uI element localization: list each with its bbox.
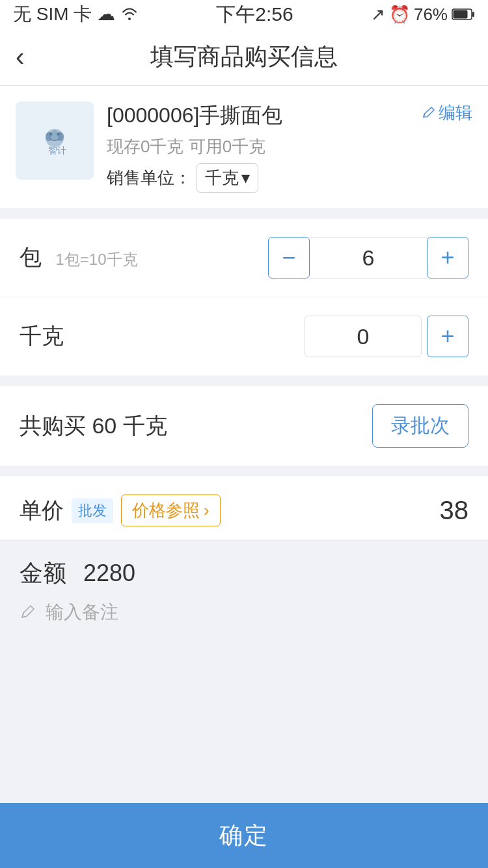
edit-button[interactable]: 编辑: [422, 102, 472, 124]
kilogram-label: 千克: [20, 321, 305, 351]
amount-section: 金额 2280 输入备注: [0, 539, 488, 643]
package-section: 包 1包=10千克 − + 千克 +: [0, 219, 488, 375]
battery-text: 76%: [414, 5, 448, 25]
price-label: 单价: [20, 496, 64, 526]
nav-bar: ‹ 填写商品购买信息: [0, 29, 488, 86]
price-ref-button[interactable]: 价格参照 ›: [121, 495, 221, 526]
pencil-icon: [20, 603, 38, 621]
status-right: ↗ ⏰ 76%: [371, 5, 475, 25]
svg-rect-2: [454, 10, 468, 18]
package-row: 包 1包=10千克 − +: [0, 219, 488, 297]
dropdown-arrow: ▾: [241, 168, 250, 188]
status-bar: 无 SIM 卡 ☁ 下午2:56 ↗ ⏰ 76%: [0, 0, 488, 29]
unit-select[interactable]: 千克 ▾: [197, 163, 258, 193]
total-label: 共购买 60 千克: [20, 411, 167, 441]
svg-point-6: [51, 130, 59, 141]
kilogram-qty-input[interactable]: [305, 316, 422, 357]
page-title: 填写商品购买信息: [150, 41, 338, 73]
price-left: 单价 批发 价格参照 ›: [20, 495, 221, 526]
kilogram-plus-button[interactable]: +: [427, 316, 468, 357]
price-section: 单价 批发 价格参照 › 38 金额 2280 输入备注: [0, 476, 488, 643]
status-time: 下午2:56: [216, 1, 293, 28]
price-value: 38: [440, 496, 469, 525]
note-row[interactable]: 输入备注: [20, 600, 468, 625]
note-placeholder: 输入备注: [46, 600, 118, 625]
svg-text:智计: 智计: [48, 145, 66, 156]
amount-value: 2280: [83, 560, 135, 586]
package-qty-input[interactable]: [310, 237, 427, 278]
package-qty-control: − +: [268, 237, 468, 278]
wifi-icon: [120, 4, 139, 25]
product-stock: 现存0千克 可用0千克: [107, 135, 472, 158]
price-ref-arrow: ›: [204, 500, 210, 521]
product-name: [0000006]手撕面包: [107, 102, 282, 130]
price-row: 单价 批发 价格参照 › 38: [20, 495, 468, 526]
batch-button[interactable]: 录批次: [372, 404, 468, 448]
alarm-icon: ⏰: [389, 5, 410, 25]
product-thumbnail: 智计: [16, 102, 94, 180]
product-card: 智计 [0000006]手撕面包 编辑 现存0千克 可用0千克 销售单位： 千克…: [0, 86, 488, 208]
svg-rect-1: [472, 12, 474, 17]
package-minus-button[interactable]: −: [268, 237, 310, 278]
battery-icon: [452, 5, 475, 25]
package-plus-button[interactable]: +: [427, 237, 468, 278]
product-info: [0000006]手撕面包 编辑 现存0千克 可用0千克 销售单位： 千克 ▾: [107, 102, 472, 193]
back-button[interactable]: ‹: [16, 42, 24, 72]
package-hint: 1包=10千克: [55, 251, 137, 268]
product-unit: 销售单位： 千克 ▾: [107, 163, 472, 193]
gps-icon: ↗: [371, 5, 385, 25]
svg-point-7: [49, 133, 53, 136]
amount-row: 金额 2280: [20, 558, 468, 590]
sim-status: 无 SIM 卡 ☁: [13, 2, 115, 27]
status-left: 无 SIM 卡 ☁: [13, 2, 139, 27]
kilogram-qty-control: +: [305, 316, 468, 357]
total-row: 共购买 60 千克 录批次: [0, 386, 488, 466]
kilogram-row: 千克 +: [0, 297, 488, 375]
amount-label: 金额: [20, 560, 66, 586]
confirm-button[interactable]: 确定: [0, 803, 488, 868]
package-label: 包 1包=10千克: [20, 243, 268, 273]
batch-tag: 批发: [72, 498, 113, 523]
svg-point-8: [57, 133, 61, 136]
